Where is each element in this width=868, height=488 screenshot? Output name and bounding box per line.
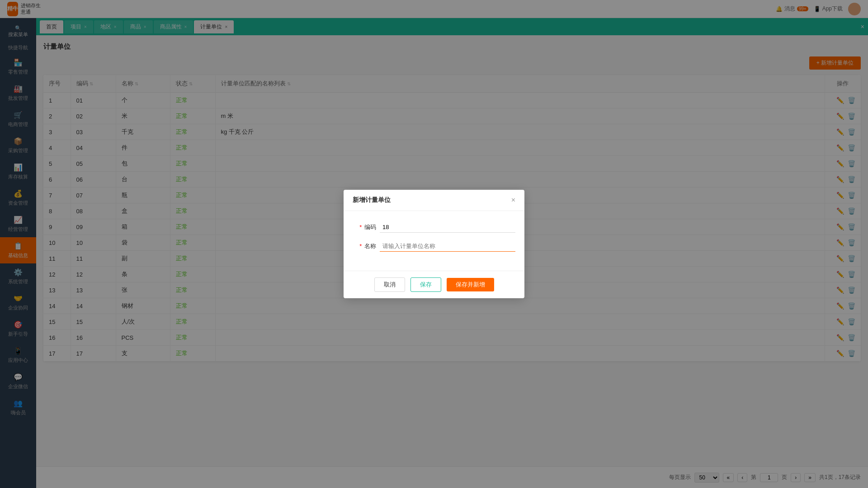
- modal-footer: 取消 保存 保存并新增: [344, 271, 524, 298]
- modal-overlay: 新增计量单位 × * 编码 * 名称 取消 保存 保存并新增: [0, 0, 868, 488]
- name-input[interactable]: [380, 241, 515, 252]
- form-name-row: * 名称: [353, 241, 515, 252]
- save-button[interactable]: 保存: [410, 277, 441, 292]
- add-unit-modal: 新增计量单位 × * 编码 * 名称 取消 保存 保存并新增: [344, 190, 524, 298]
- modal-body: * 编码 * 名称: [344, 211, 524, 271]
- modal-close-button[interactable]: ×: [511, 196, 515, 204]
- code-input[interactable]: [380, 222, 515, 233]
- name-required-mark: *: [359, 243, 362, 249]
- form-code-row: * 编码: [353, 222, 515, 233]
- code-field-label: * 编码: [353, 223, 380, 231]
- code-required-mark: *: [359, 224, 362, 230]
- save-and-new-button[interactable]: 保存并新增: [447, 278, 494, 291]
- modal-header: 新增计量单位 ×: [344, 190, 524, 211]
- name-field-label: * 名称: [353, 242, 380, 250]
- modal-title: 新增计量单位: [353, 196, 391, 204]
- cancel-button[interactable]: 取消: [374, 277, 405, 292]
